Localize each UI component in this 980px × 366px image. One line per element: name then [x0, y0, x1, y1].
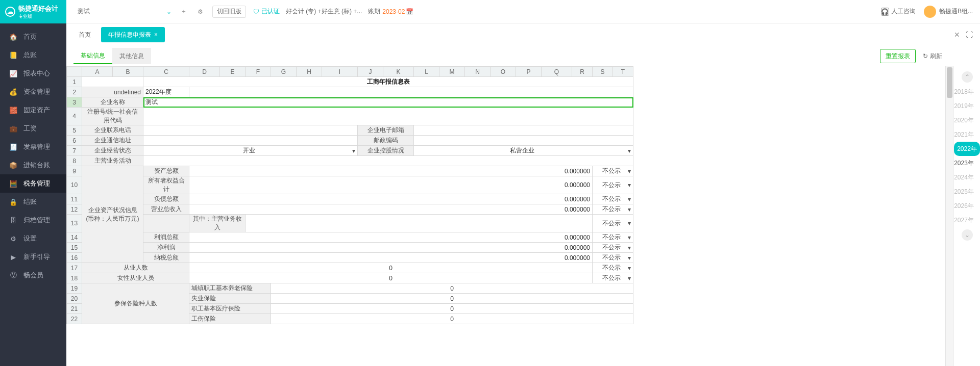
sidebar-item-13[interactable]: Ⓥ畅会员: [0, 266, 66, 284]
calendar-icon[interactable]: 📅: [406, 8, 413, 15]
table-row: 4注册号/统一社会信用代码: [67, 108, 633, 125]
gear-icon[interactable]: ⚙: [194, 6, 206, 18]
year-2022年[interactable]: 2022年: [954, 142, 980, 156]
service-button[interactable]: 🎧 人工咨询: [881, 7, 916, 16]
period-value[interactable]: 2023-02: [382, 8, 405, 15]
col-header-G[interactable]: G: [271, 67, 297, 77]
year-prev-icon[interactable]: ⌃: [962, 71, 973, 83]
col-header-J[interactable]: J: [358, 67, 383, 77]
fullscreen-icon[interactable]: ⛶: [966, 31, 973, 39]
col-header-R[interactable]: R: [572, 67, 593, 77]
sidebar-item-10[interactable]: 🗄归档管理: [0, 211, 66, 229]
sidebar: ☁ 畅捷通好会计 专业版 🏠首页📒总账📈报表中心💰资金管理🧱固定资产💼工资🧾发票…: [0, 0, 66, 366]
switch-old-button[interactable]: 切回旧版: [212, 6, 246, 18]
nav-icon: 🧱: [9, 106, 17, 114]
sidebar-item-11[interactable]: ⚙设置: [0, 229, 66, 248]
col-header-S[interactable]: S: [593, 67, 613, 77]
year-2026年[interactable]: 2026年: [954, 199, 980, 213]
sidebar-item-5[interactable]: 💼工资: [0, 119, 66, 138]
nav-icon: 💼: [9, 124, 17, 133]
sidebar-item-2[interactable]: 📈报表中心: [0, 64, 66, 83]
sidebar-item-label: 归档管理: [23, 216, 50, 225]
sidebar-item-0[interactable]: 🏠首页: [0, 28, 66, 46]
nav-icon: 🏠: [9, 33, 17, 41]
tab-annual-report[interactable]: 年报信息申报表 ×: [101, 27, 165, 42]
year-2019年[interactable]: 2019年: [954, 99, 980, 113]
avatar[interactable]: [924, 6, 936, 18]
sidebar-item-1[interactable]: 📒总账: [0, 46, 66, 64]
table-row: 18女性从业人员0不公示▾: [67, 273, 633, 283]
nav-icon: Ⓥ: [9, 271, 17, 279]
year-2020年[interactable]: 2020年: [954, 113, 980, 127]
col-header-N[interactable]: N: [465, 67, 491, 77]
spreadsheet[interactable]: ABCDEFGHIJKLMNOPQRST1工商年报信息表2undefined20…: [66, 66, 945, 366]
year-2023年[interactable]: 2023年: [954, 156, 980, 170]
vertical-scrollbar[interactable]: [945, 66, 953, 366]
company-name-cell[interactable]: 测试: [143, 97, 633, 108]
sidebar-item-4[interactable]: 🧱固定资产: [0, 101, 66, 119]
shield-check-icon: 🛡: [253, 8, 259, 15]
table-row: 13其中：主营业务收入不公示▾: [67, 215, 633, 232]
col-header-C[interactable]: C: [143, 67, 189, 77]
table-row: 17从业人数0不公示▾: [67, 263, 633, 273]
scrollbar-thumb[interactable]: [947, 67, 952, 98]
sidebar-item-label: 固定资产: [23, 106, 50, 115]
col-header-H[interactable]: H: [297, 67, 322, 77]
reset-report-button[interactable]: 重置报表: [880, 49, 916, 63]
col-header-O[interactable]: O: [491, 67, 516, 77]
table-row: 11负债总额0.000000不公示▾: [67, 194, 633, 204]
corner-cell[interactable]: [67, 67, 82, 77]
year-2021年[interactable]: 2021年: [954, 127, 980, 142]
col-header-D[interactable]: D: [189, 67, 220, 77]
add-icon[interactable]: ＋: [178, 6, 190, 18]
company-select[interactable]: 测试 ⌄: [74, 5, 176, 19]
sidebar-item-label: 总账: [23, 50, 37, 60]
table-row: 14利润总额0.000000不公示▾: [67, 232, 633, 243]
topbar: 测试 ⌄ ＋ ⚙ 切回旧版 🛡 已认证 好会计 (专) +好生意 (标) +..…: [66, 0, 980, 23]
col-header-A[interactable]: A: [82, 67, 113, 77]
col-header-Q[interactable]: Q: [542, 67, 572, 77]
sidebar-item-7[interactable]: 📦进销台账: [0, 156, 66, 174]
sidebar-item-6[interactable]: 🧾发票管理: [0, 138, 66, 156]
year-next-icon[interactable]: ⌄: [962, 229, 973, 241]
sidebar-item-3[interactable]: 💰资金管理: [0, 83, 66, 101]
tab-home[interactable]: 首页: [71, 27, 98, 42]
col-header-I[interactable]: I: [322, 67, 358, 77]
table-row: 16纳税总额0.000000不公示▾: [67, 253, 633, 263]
year-2027年[interactable]: 2027年: [954, 213, 980, 227]
refresh-button[interactable]: ↻ 刷新: [923, 52, 942, 61]
user-name[interactable]: 畅捷通B组...: [939, 7, 973, 16]
subtab-basic[interactable]: 基础信息: [74, 48, 112, 64]
sidebar-item-9[interactable]: 🔒结账: [0, 193, 66, 211]
main: 测试 ⌄ ＋ ⚙ 切回旧版 🛡 已认证 好会计 (专) +好生意 (标) +..…: [66, 0, 980, 366]
table-row: 19参保各险种人数城镇职工基本养老保险0: [67, 283, 633, 294]
year-2018年[interactable]: 2018年: [954, 85, 980, 99]
col-header-E[interactable]: E: [220, 67, 246, 77]
col-header-B[interactable]: B: [113, 67, 143, 77]
col-header-T[interactable]: T: [613, 67, 633, 77]
sidebar-item-label: 设置: [23, 234, 37, 243]
package-info: 好会计 (专) +好生意 (标) +...: [286, 7, 362, 16]
subtab-other[interactable]: 其他信息: [112, 48, 151, 64]
nav-icon: 🗄: [9, 216, 17, 224]
sidebar-item-label: 畅会员: [23, 271, 43, 280]
col-header-L[interactable]: L: [414, 67, 439, 77]
year-2024年[interactable]: 2024年: [954, 170, 980, 185]
col-header-K[interactable]: K: [383, 67, 414, 77]
page-tabbar: 首页 年报信息申报表 × × ⛶: [66, 23, 980, 46]
brand-logo: ☁ 畅捷通好会计 专业版: [0, 0, 66, 23]
subtab-bar: 基础信息 其他信息 重置报表 ↻ 刷新: [66, 46, 980, 66]
sidebar-item-12[interactable]: ▶新手引导: [0, 248, 66, 266]
sidebar-item-label: 工资: [23, 124, 37, 133]
col-header-F[interactable]: F: [246, 67, 271, 77]
sidebar-item-label: 发票管理: [23, 142, 50, 151]
nav-icon: 📈: [9, 69, 17, 77]
sidebar-item-label: 进销台账: [23, 161, 50, 170]
col-header-M[interactable]: M: [439, 67, 465, 77]
year-2025年[interactable]: 2025年: [954, 185, 980, 199]
tabbar-close-icon[interactable]: ×: [954, 30, 960, 40]
col-header-P[interactable]: P: [516, 67, 542, 77]
nav-icon: ▶: [9, 253, 17, 261]
sidebar-item-8[interactable]: 🧮税务管理: [0, 174, 66, 193]
close-icon[interactable]: ×: [154, 31, 158, 38]
